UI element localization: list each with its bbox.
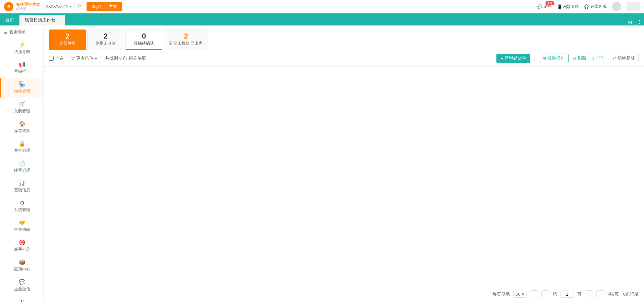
nav-minimize-icon[interactable]: ⊟ <box>628 19 632 25</box>
status-tab-all[interactable]: 2 全部单据 <box>49 29 86 50</box>
app-center-label: 应用中心 <box>14 266 30 272</box>
tab-active[interactable]: 钱货日清工作台 × <box>19 15 65 25</box>
quick-nav-icon: ⚡ <box>19 42 25 48</box>
found-text: 共找到 0 条 相关单据 <box>105 55 146 61</box>
beginner-icon: 🎯 <box>19 239 25 246</box>
company-selector[interactable]: XXXXXX公司 ▾ <box>43 3 74 10</box>
message-icon: 💬 <box>537 4 542 9</box>
sales-label: 销售管理 <box>14 88 30 94</box>
corp-coop-icon: 🤝 <box>19 220 25 226</box>
settings-icon[interactable]: ⚙ <box>77 3 84 10</box>
main-layout: ☰ 搜索菜单 ⚡ 快捷导航 📢 营销推广 🏪 销售管理 🛒 采购管理 🏠 库存核… <box>0 25 644 302</box>
prev-page-icon: ‹ <box>545 292 546 297</box>
sidebar-item-app-center[interactable]: 📦 应用中心 <box>0 256 43 276</box>
status-tab-pending[interactable]: 0 旺铺待确认 <box>125 29 162 50</box>
app-download-icon: 📱 <box>557 4 562 9</box>
sidebar-item-base-info[interactable]: 📊 基础信息 <box>0 177 43 196</box>
sidebar-item-vip[interactable]: V 畅会员 <box>0 295 43 302</box>
user-info[interactable] <box>627 2 640 11</box>
batch-op-btn[interactable]: ⊞ 批量操作 <box>539 54 569 63</box>
message-badge: 99+ <box>545 1 554 5</box>
tab-home[interactable]: 首页 <box>0 15 19 25</box>
first-page-btn[interactable]: « <box>530 290 538 298</box>
status-tab-overdue[interactable]: 2 到期未收款 <box>87 29 124 50</box>
sidebar-item-quick-nav[interactable]: ⚡ 快捷导航 <box>0 38 43 58</box>
filter-label: 更多条件 <box>76 55 94 61</box>
sidebar-item-capital[interactable]: 🔒 资金管理 <box>0 137 43 157</box>
corp-coop-label: 企业协同 <box>14 227 30 233</box>
toolbar-left: 全选 ▽ 更多条件 ▾ 共找到 0 条 相关单据 <box>49 54 492 63</box>
table-area <box>44 67 644 286</box>
print-label: 打印 <box>596 55 605 61</box>
message-btn[interactable]: 💬 消息 99+ <box>537 4 552 9</box>
base-info-label: 基础信息 <box>14 187 30 193</box>
next-page-btn[interactable]: › <box>585 290 593 298</box>
marketing-label: 营销推广 <box>14 69 30 74</box>
experience-btn[interactable]: 体验行业方案 <box>87 2 122 11</box>
brand-name: 畅捷通好生意 <box>16 2 40 7</box>
page-input[interactable] <box>560 291 574 298</box>
sidebar-item-corp-coop[interactable]: 🤝 企业协同 <box>0 216 43 236</box>
switch-version-btn[interactable]: ⇄ 切换新版 <box>609 54 639 63</box>
filter-btn[interactable]: ▽ 更多条件 ▾ <box>68 54 101 63</box>
per-page-select[interactable]: 50 ▾ <box>513 291 526 298</box>
corp-wechat-label: 企业微信 <box>14 286 30 292</box>
sidebar-item-corp-wechat[interactable]: 💬 企业微信 <box>0 276 43 295</box>
app-download-btn[interactable]: 📱 App下载 <box>557 4 579 9</box>
last-page-icon: » <box>599 292 601 297</box>
brand-logo: 6 <box>4 2 13 11</box>
status-tab-all-num: 2 <box>55 33 80 40</box>
select-all-label: 全选 <box>55 55 64 61</box>
nav-controls: ⊟ ⛶ <box>628 19 644 25</box>
sidebar-item-sys[interactable]: ⚙ 系统管理 <box>0 196 43 216</box>
toolbar: 全选 ▽ 更多条件 ▾ 共找到 0 条 相关单据 <box>44 50 644 67</box>
tab-active-label: 钱货日清工作台 <box>25 17 55 23</box>
avatar[interactable] <box>612 2 621 11</box>
per-page-dropdown-icon: ▾ <box>522 292 524 297</box>
content: 2 全部单据 2 到期未收款 0 旺铺待确认 2 到期未收款 已出库 <box>44 25 644 302</box>
sidebar-item-biz[interactable]: 📄 经营管理 <box>0 157 43 177</box>
page-prefix: 第 <box>553 291 557 297</box>
search-menu-icon: ☰ <box>4 30 8 35</box>
app-center-icon: 📦 <box>19 259 25 265</box>
sidebar-item-purchase[interactable]: 🛒 采购管理 <box>0 98 43 117</box>
print-icon: 🖨 <box>590 56 595 61</box>
prev-page-btn[interactable]: ‹ <box>541 290 549 298</box>
biz-icon: 📄 <box>19 160 25 167</box>
sidebar-item-beginner[interactable]: 🎯 新手引导 <box>0 236 43 256</box>
company-name: XXXXXX公司 <box>46 4 68 9</box>
topbar-left: 6 畅捷通好生意 标准版 XXXXXX公司 ▾ ⚙ 体验行业方案 <box>4 2 122 11</box>
first-page-icon: « <box>533 292 535 297</box>
select-all-checkbox[interactable]: 全选 <box>49 55 64 61</box>
tab-close-icon[interactable]: × <box>57 18 60 22</box>
vip-icon: V <box>20 299 24 302</box>
last-page-btn[interactable]: » <box>596 290 604 298</box>
pagination: 每页显示 50 ▾ « ‹ 第 页 › » <box>44 286 644 302</box>
sidebar-item-inventory[interactable]: 🏠 库存核算 <box>0 117 43 137</box>
total-text: 共0页，0条记录 <box>608 291 639 297</box>
online-service-label: 在线客服 <box>590 4 606 9</box>
nav-fullscreen-icon[interactable]: ⛶ <box>635 19 640 25</box>
toolbar-right: + 新增销货单 ⊞ 批量操作 ↺ 刷新 🖨 打印 <box>496 54 639 63</box>
select-all-input[interactable] <box>49 56 54 61</box>
sidebar-search[interactable]: ☰ 搜索菜单 <box>0 27 43 38</box>
batch-label: 批量操作 <box>547 55 565 61</box>
status-tab-pending-label: 旺铺待确认 <box>131 41 157 46</box>
refresh-btn[interactable]: ↺ 刷新 <box>573 55 586 61</box>
filter-chevron-icon: ▾ <box>95 56 97 61</box>
add-sales-btn[interactable]: + 新增销货单 <box>496 54 530 63</box>
online-service-icon: 🎧 <box>584 4 589 9</box>
filter-icon: ▽ <box>71 56 75 61</box>
status-tab-overdue-label: 到期未收款 <box>93 41 118 46</box>
content-inner: 2 全部单据 2 到期未收款 0 旺铺待确认 2 到期未收款 已出库 <box>44 25 644 302</box>
sys-icon: ⚙ <box>20 200 24 206</box>
online-service-btn[interactable]: 🎧 在线客服 <box>584 4 606 9</box>
status-tab-all-label: 全部单据 <box>55 41 80 46</box>
sidebar-item-sales[interactable]: 🏪 销售管理 <box>0 78 43 98</box>
per-page-label: 每页显示 <box>492 291 510 297</box>
sidebar-item-marketing[interactable]: 📢 营销推广 <box>0 58 43 78</box>
print-btn[interactable]: 🖨 打印 <box>590 55 605 61</box>
status-tab-overdue-shipped[interactable]: 2 到期未收款 已出库 <box>164 29 208 50</box>
batch-icon: ⊞ <box>542 56 546 61</box>
add-label: 新增销货单 <box>504 55 526 61</box>
